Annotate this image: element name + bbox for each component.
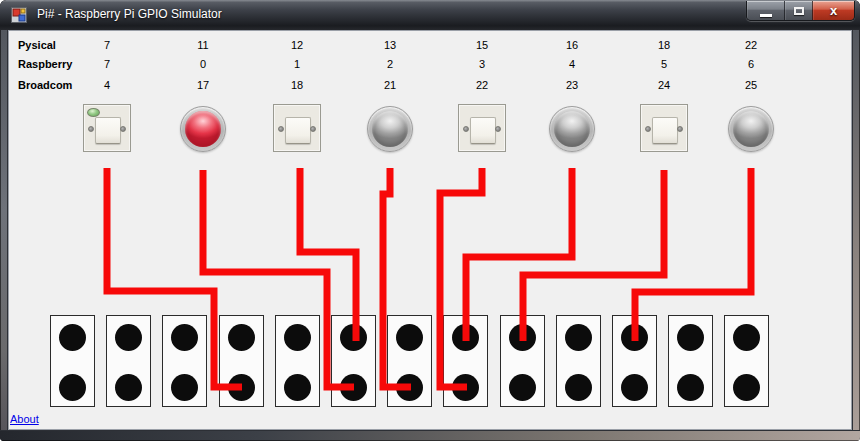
header-pin-block-1 (50, 315, 95, 407)
maximize-icon (794, 7, 804, 15)
led-control-2 (180, 106, 226, 152)
pin-hole (621, 324, 648, 351)
pin-number: 18 (277, 79, 317, 91)
pin-hole (733, 324, 760, 351)
screw-icon (88, 126, 94, 132)
pin-hole (396, 324, 423, 351)
header-pin-block-11 (612, 315, 657, 407)
pin-number: 21 (370, 79, 410, 91)
pin-hole (228, 324, 255, 351)
switch-indicator-icon (87, 108, 100, 117)
row-raspberry: Raspberry 70123456 (0, 58, 860, 72)
header-pin-block-6 (331, 315, 376, 407)
caption-buttons: x (746, 1, 855, 21)
pin-hole (171, 324, 198, 351)
header-pin-block-10 (556, 315, 601, 407)
pin-number: 6 (731, 58, 771, 70)
header-pin-block-8 (443, 315, 488, 407)
row-physical: Pysical 711121315161822 (0, 39, 860, 53)
pin-number: 22 (731, 39, 771, 51)
pin-number: 3 (462, 58, 502, 70)
close-icon: x (830, 2, 837, 19)
pin-number: 23 (552, 79, 592, 91)
screw-icon (677, 126, 683, 132)
switch-control-5[interactable] (458, 104, 506, 152)
switch-control-7[interactable] (640, 104, 688, 152)
pin-number: 17 (183, 79, 223, 91)
screw-icon (278, 126, 284, 132)
pin-hole (452, 374, 479, 401)
screw-icon (495, 126, 501, 132)
pin-number: 16 (552, 39, 592, 51)
pin-number: 25 (731, 79, 771, 91)
row-broadcom: Broadcom 417182122232425 (0, 79, 860, 93)
pin-hole (677, 324, 704, 351)
switch-button[interactable] (95, 117, 121, 144)
pin-number: 7 (87, 58, 127, 70)
titlebar[interactable]: Pi# - Raspberry Pi GPIO Simulator x (0, 0, 860, 30)
pin-hole (733, 374, 760, 401)
switch-control-3[interactable] (273, 104, 321, 152)
row-label-raspberry: Raspberry (18, 58, 72, 70)
pin-hole (509, 374, 536, 401)
pin-hole (59, 324, 86, 351)
header-pin-block-9 (500, 315, 545, 407)
pin-hole (565, 374, 592, 401)
pin-hole (677, 374, 704, 401)
screw-icon (120, 126, 126, 132)
pin-number: 15 (462, 39, 502, 51)
app-icon (11, 7, 27, 23)
led-control-6 (549, 106, 595, 152)
pin-number: 0 (183, 58, 223, 70)
switch-button[interactable] (285, 117, 311, 144)
switch-button[interactable] (652, 117, 678, 144)
led-sphere (554, 111, 590, 147)
led-sphere (185, 111, 221, 147)
pin-hole (284, 324, 311, 351)
minimize-button[interactable] (747, 1, 784, 20)
switch-control-1[interactable] (83, 104, 131, 152)
led-control-4 (367, 106, 413, 152)
pin-number: 1 (277, 58, 317, 70)
minimize-icon (760, 14, 772, 17)
pin-number: 22 (462, 79, 502, 91)
pin-hole (340, 324, 367, 351)
pin-hole (284, 374, 311, 401)
switch-button[interactable] (470, 117, 496, 144)
pin-number: 11 (183, 39, 223, 51)
pin-hole (396, 374, 423, 401)
pin-hole (509, 324, 536, 351)
maximize-button[interactable] (784, 1, 812, 20)
pin-number: 4 (87, 79, 127, 91)
pin-hole (340, 374, 367, 401)
window-title: Pi# - Raspberry Pi GPIO Simulator (37, 7, 222, 21)
screw-icon (310, 126, 316, 132)
row-label-physical: Pysical (18, 39, 56, 51)
pin-number: 18 (644, 39, 684, 51)
header-pin-block-4 (219, 315, 264, 407)
screw-icon (463, 126, 469, 132)
header-pin-block-2 (106, 315, 151, 407)
app-window: Pi# - Raspberry Pi GPIO Simulator x Pysi… (0, 0, 860, 441)
pin-hole (59, 374, 86, 401)
pin-number: 12 (277, 39, 317, 51)
pin-number: 13 (370, 39, 410, 51)
led-control-8 (728, 106, 774, 152)
pin-hole (565, 324, 592, 351)
header-pin-block-13 (724, 315, 769, 407)
window-frame-bottom (0, 430, 860, 441)
led-sphere (733, 111, 769, 147)
pin-hole (452, 324, 479, 351)
close-button[interactable]: x (812, 1, 854, 20)
header-pin-block-5 (275, 315, 320, 407)
about-link[interactable]: About (10, 413, 39, 425)
pin-hole (228, 374, 255, 401)
pin-number: 4 (552, 58, 592, 70)
header-pin-block-12 (668, 315, 713, 407)
pin-hole (621, 374, 648, 401)
pin-number: 7 (87, 39, 127, 51)
row-label-broadcom: Broadcom (18, 79, 72, 91)
pin-hole (115, 374, 142, 401)
header-pin-block-7 (387, 315, 432, 407)
pin-number: 24 (644, 79, 684, 91)
